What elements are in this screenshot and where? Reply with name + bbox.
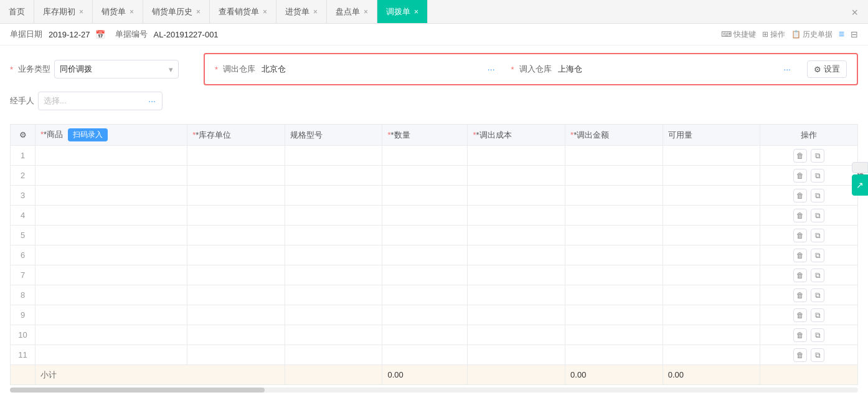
tab-view-sales-label: 查看销货单	[219, 6, 259, 17]
copy-row-10-btn[interactable]: ⧉	[811, 328, 824, 342]
right-panel: 笔记 ↗	[852, 162, 868, 196]
col-product-label: *商品	[44, 130, 63, 139]
delete-row-9-btn[interactable]: 🗑	[793, 308, 807, 322]
delete-row-5-btn[interactable]: 🗑	[793, 229, 807, 242]
number-value: AL-20191227-001	[154, 30, 219, 39]
copy-row-3-btn[interactable]: ⧉	[811, 189, 824, 202]
col-spec-label: 规格型号	[290, 130, 323, 140]
col-product-header: **商品 扫码录入	[35, 125, 187, 146]
delete-row-4-btn[interactable]: 🗑	[793, 209, 807, 222]
operation-label: 操作	[770, 29, 785, 40]
business-type-field: * 业务类型 同价调拨 ▾	[10, 60, 179, 79]
tab-transfer-order-close[interactable]: ×	[414, 7, 418, 16]
copy-row-6-btn[interactable]: ⧉	[811, 249, 824, 262]
tab-inventory-check[interactable]: 盘点单 ×	[327, 0, 377, 24]
table-row: 3 🗑⧉	[11, 186, 858, 206]
tab-inventory-init-close[interactable]: ×	[79, 7, 83, 16]
tab-home[interactable]: 首页	[0, 0, 34, 24]
chevron-down-icon: ▾	[169, 65, 173, 74]
history-btn[interactable]: 📋 历史单据	[791, 29, 833, 40]
copy-row-4-btn[interactable]: ⧉	[811, 209, 824, 222]
copy-row-2-btn[interactable]: ⧉	[811, 169, 824, 183]
tab-inventory-check-label: 盘点单	[336, 6, 360, 17]
copy-row-5-btn[interactable]: ⧉	[811, 229, 824, 242]
copy-row-9-btn[interactable]: ⧉	[811, 308, 824, 322]
tab-sales-order[interactable]: 销货单 ×	[93, 0, 143, 24]
shortcut-key-btn[interactable]: ⌨ 快捷键	[721, 29, 756, 40]
operation-btn[interactable]: ⊞ 操作	[762, 29, 785, 40]
table-row: 7 🗑⧉	[11, 265, 858, 285]
tab-inventory-init[interactable]: 库存期初 ×	[34, 0, 93, 24]
delete-row-3-btn[interactable]: 🗑	[793, 189, 807, 202]
transfer-out-more-btn[interactable]: ···	[486, 64, 496, 74]
col-qty-header: **数量	[382, 125, 468, 146]
col-spec-header: 规格型号	[285, 125, 382, 146]
delete-row-6-btn[interactable]: 🗑	[793, 249, 807, 262]
toolbar-right: ⌨ 快捷键 ⊞ 操作 📋 历史单据 ≡ ⊟	[721, 29, 858, 40]
expand-icon: ↗	[856, 180, 864, 190]
col-settings-header[interactable]: ⚙	[11, 125, 35, 146]
tab-sales-order-close[interactable]: ×	[130, 7, 134, 16]
tab-view-sales[interactable]: 查看销货单 ×	[210, 0, 276, 24]
col-amount-header: **调出金额	[565, 125, 663, 146]
transfer-out-value[interactable]: 北京仓	[262, 64, 286, 75]
settings-icon[interactable]: ⚙	[19, 130, 27, 140]
handler-select[interactable]: 选择... ···	[38, 92, 163, 110]
cell-cost-1	[468, 146, 565, 166]
business-type-value: 同价调拨	[60, 64, 92, 75]
date-value[interactable]: 2019-12-27	[49, 30, 90, 39]
view-toggle-grid[interactable]: ⊟	[851, 29, 858, 39]
subtotal-qty-cell: 0.00	[382, 365, 468, 385]
scan-barcode-button[interactable]: 扫码录入	[68, 128, 108, 141]
handler-more-btn[interactable]: ···	[147, 96, 157, 106]
delete-row-11-btn[interactable]: 🗑	[793, 348, 807, 362]
delete-row-7-btn[interactable]: 🗑	[793, 269, 807, 282]
delete-row-2-btn[interactable]: 🗑	[793, 169, 807, 183]
settings-button[interactable]: ⚙ 设置	[807, 60, 847, 78]
tab-transfer-order[interactable]: 调拨单 ×	[377, 0, 428, 24]
col-cost-label: *调出成本	[476, 130, 512, 140]
transfer-in-field: * 调入仓库 上海仓 ···	[511, 64, 792, 75]
close-window-btn[interactable]: ×	[851, 6, 858, 19]
form-row-1: * 业务类型 同价调拨 ▾ * 调出仓库 北京仓 ··· *	[10, 53, 858, 85]
copy-row-8-btn[interactable]: ⧉	[811, 288, 824, 302]
subtotal-amount-cell: 0.00	[663, 365, 760, 385]
notes-panel-btn[interactable]: 笔记	[852, 162, 868, 173]
tab-sales-history-close[interactable]: ×	[196, 7, 200, 16]
table-row: 5 🗑⧉	[11, 226, 858, 245]
tab-inventory-check-close[interactable]: ×	[364, 7, 368, 16]
cell-product-1[interactable]	[35, 146, 187, 166]
tab-sales-history[interactable]: 销货单历史 ×	[143, 0, 210, 24]
transfer-in-more-btn[interactable]: ···	[782, 64, 792, 74]
copy-row-11-btn[interactable]: ⧉	[811, 348, 824, 362]
tab-view-sales-close[interactable]: ×	[263, 7, 267, 16]
horizontal-scrollbar[interactable]	[10, 388, 858, 393]
table-row: 4 🗑⧉	[11, 206, 858, 226]
gear-icon: ⚙	[814, 65, 821, 74]
table-header: ⚙ **商品 扫码录入 **库存单位 规格型号 **数量	[11, 125, 858, 146]
col-cost-header: **调出成本	[468, 125, 565, 146]
copy-row-7-btn[interactable]: ⧉	[811, 269, 824, 282]
copy-row-1-btn[interactable]: ⧉	[811, 149, 824, 163]
view-toggle-list[interactable]: ≡	[839, 29, 844, 40]
tab-purchase-order-close[interactable]: ×	[313, 7, 318, 16]
delete-row-1-btn[interactable]: 🗑	[793, 149, 807, 163]
history-label: 历史单据	[803, 29, 833, 40]
transfer-in-value[interactable]: 上海仓	[558, 64, 582, 75]
tab-transfer-order-label: 调拨单	[386, 6, 410, 17]
subtotal-cost-value: 0.00	[570, 370, 586, 379]
col-amount-label: *调出金额	[573, 130, 609, 140]
form-row-2: 经手人 选择... ···	[10, 92, 858, 110]
cell-spec-1	[285, 146, 382, 166]
table-row: 1 🗑 ⧉	[11, 146, 858, 166]
delete-row-8-btn[interactable]: 🗑	[793, 288, 807, 302]
handler-field: 经手人 选择... ···	[10, 92, 163, 110]
transfer-table: ⚙ **商品 扫码录入 **库存单位 规格型号 **数量	[10, 124, 858, 385]
tab-purchase-order[interactable]: 进货单 ×	[276, 0, 327, 24]
subtotal-amount-value: 0.00	[668, 370, 684, 379]
calendar-icon[interactable]: 📅	[95, 30, 105, 39]
cell-op-1: 🗑 ⧉	[760, 146, 858, 166]
business-type-select[interactable]: 同价调拨 ▾	[54, 60, 179, 79]
expand-panel-btn[interactable]: ↗	[852, 174, 868, 196]
delete-row-10-btn[interactable]: 🗑	[793, 328, 807, 342]
